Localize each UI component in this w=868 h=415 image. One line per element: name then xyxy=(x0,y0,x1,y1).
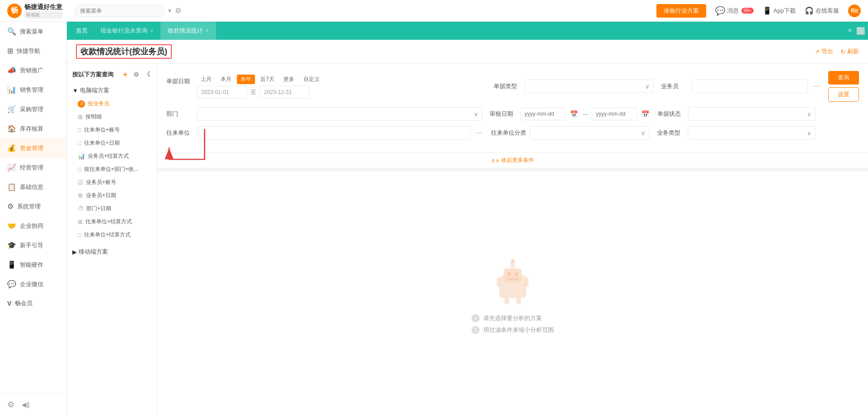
scheme-item-icon-salesperson: ↺ xyxy=(78,100,85,108)
trial-button[interactable]: 体验行业方案 xyxy=(656,4,706,18)
date-tab-custom[interactable]: 自定义 xyxy=(300,75,323,84)
page-header: 收款情况统计(按业务员) ↗ 导出 ↻ 刷新 xyxy=(67,40,868,64)
scheme-group-title-desktop[interactable]: ▼ 电脑端方案 xyxy=(67,84,157,97)
salesperson-dots-btn[interactable]: ··· xyxy=(811,82,821,90)
date-tab-lastmonth[interactable]: 上月 xyxy=(197,75,215,84)
svg-rect-5 xyxy=(497,278,500,287)
cal-icon-to[interactable]: 📅 xyxy=(641,110,650,118)
tip-num-2: 2 xyxy=(472,326,480,334)
scheme-group-title-mobile[interactable]: ▶ 移动端方案 xyxy=(67,245,157,259)
member-icon: V xyxy=(7,300,11,307)
sidebar-item-wechat[interactable]: 💬 企业微信 xyxy=(0,274,66,294)
sidebar-item-operation[interactable]: 📈 经营管理 xyxy=(0,158,66,177)
scheme-item-icon-sp-date: ⚙ xyxy=(78,192,83,199)
scheme-item-salesperson-date[interactable]: ⚙ 业务员+日期 xyxy=(67,189,157,202)
filter-panel: 单据日期 上月 本月 本年 近7天 更多 自定义 xyxy=(157,64,868,415)
sidebar-collapse-icon[interactable]: ◀‖ xyxy=(22,401,30,408)
filter-salesperson-control[interactable] xyxy=(692,80,808,93)
tab-bank[interactable]: 现金银行流水查询 × xyxy=(93,22,160,40)
sidebar-label-enterprise: 企业协同 xyxy=(20,222,43,230)
filter-dept-control[interactable]: ∨ xyxy=(197,107,482,121)
online-service-item[interactable]: 🎧 在线客服 xyxy=(805,6,839,15)
app-download-item[interactable]: 📱 App下载 xyxy=(763,6,796,15)
user-avatar[interactable]: Rit xyxy=(848,5,861,17)
export-button[interactable]: ↗ 导出 xyxy=(815,47,833,56)
scheme-item-dept-date[interactable]: ⏱ 部门+日期 xyxy=(67,202,157,215)
messages-badge: 99+ xyxy=(741,8,754,14)
filter-type-group: 单据类型 ∨ xyxy=(494,80,654,93)
filter-type-control[interactable]: ∨ xyxy=(524,80,654,93)
filter-biztype-control[interactable]: ∨ xyxy=(688,126,816,140)
scheme-group-desktop: ▼ 电脑端方案 ↺ 按业务员 ⊞ 按明细 □ 往来单位+账号 xyxy=(67,82,157,243)
filter-counterpart-control[interactable] xyxy=(197,126,471,140)
scheme-item-salesperson[interactable]: ↺ 按业务员 xyxy=(67,97,157,110)
tab-home[interactable]: 首页 xyxy=(71,22,93,40)
filter-counterpart-category-control[interactable]: ∨ xyxy=(530,126,650,140)
date-tabs: 上月 本月 本年 近7天 更多 自定义 xyxy=(197,75,323,84)
scheme-collapse-btn[interactable]: 《 xyxy=(142,70,151,79)
sidebar-item-finance[interactable]: 💰 资金管理 xyxy=(0,138,66,158)
tab-receipts-close[interactable]: × xyxy=(206,28,209,34)
collapse-icon: ∧∧ xyxy=(491,157,500,164)
scheme-item-unit-settle2[interactable]: □ 往来单位+结算方式 xyxy=(67,228,157,241)
sidebar-item-system[interactable]: ⚙ 系统管理 xyxy=(0,197,66,216)
svg-rect-7 xyxy=(505,297,509,304)
date-tab-thismonth[interactable]: 本月 xyxy=(217,75,235,84)
sidebar-settings-icon[interactable]: ⚙ xyxy=(7,400,14,410)
scheme-group-mobile-expand-icon: ▶ xyxy=(72,249,77,255)
system-icon: ⚙ xyxy=(7,202,14,211)
search-input[interactable] xyxy=(74,5,165,17)
sidebar-item-enterprise[interactable]: 🤝 企业协同 xyxy=(0,216,66,236)
counterpart-dots-btn[interactable]: ··· xyxy=(474,129,484,137)
svg-rect-4 xyxy=(507,278,518,280)
sidebar-item-purchase[interactable]: 🛒 采购管理 xyxy=(0,99,66,119)
scheme-add-btn[interactable]: + xyxy=(121,70,130,79)
query-button[interactable]: 查询 xyxy=(828,71,859,85)
sidebar-label-inventory: 库存核算 xyxy=(20,125,43,133)
tab-receipts[interactable]: 收款情况统计 × xyxy=(160,22,216,40)
settings-button[interactable]: 设置 xyxy=(828,87,859,102)
date-tab-more[interactable]: 更多 xyxy=(280,75,298,84)
sidebar-item-hardware[interactable]: 📱 智能硬件 xyxy=(0,255,66,274)
cal-icon-from[interactable]: 📅 xyxy=(569,110,579,118)
sidebar-item-quicknav[interactable]: ⊞ 快捷导航 xyxy=(0,41,66,61)
refresh-button[interactable]: ↻ 刷新 xyxy=(840,47,859,56)
sidebar-item-basic[interactable]: 📋 基础信息 xyxy=(0,177,66,197)
messages-label: 消息 xyxy=(727,7,739,15)
date-tab-thisyear[interactable]: 本年 xyxy=(237,75,255,84)
scheme-item-unit-account[interactable]: □ 往来单位+账号 xyxy=(67,123,157,137)
scheme-item-unit-date[interactable]: □ 往来单位+日期 xyxy=(67,137,157,150)
scheme-item-salesperson-settle[interactable]: 📊 业务员+结算方式 xyxy=(67,150,157,163)
sidebar-item-marketing[interactable]: 📣 营销推广 xyxy=(0,61,66,80)
scheme-item-icon-detail: ⊞ xyxy=(78,113,83,120)
sidebar-item-inventory[interactable]: 🏠 库存核算 xyxy=(0,119,66,138)
filter-voucherstate-control[interactable]: ∨ xyxy=(688,107,816,121)
date-from-input[interactable] xyxy=(197,86,247,99)
sidebar-item-sales[interactable]: 📊 销售管理 xyxy=(0,80,66,99)
audit-date-to-input[interactable] xyxy=(592,108,637,120)
audit-date-from-input[interactable] xyxy=(520,108,566,120)
sidebar-item-guide[interactable]: 🎓 新手引导 xyxy=(0,236,66,255)
sidebar-label-wechat: 企业微信 xyxy=(20,280,43,288)
window-maximize-btn[interactable]: ⬜ xyxy=(857,27,864,34)
basic-icon: 📋 xyxy=(7,183,16,191)
scheme-item-unit-dept-collect[interactable]: □ 按往来单位+部门+收... xyxy=(67,163,157,176)
window-close-btn[interactable]: × xyxy=(846,27,854,34)
logo-text: 畅捷通好生意 xyxy=(24,3,62,11)
empty-tip-label-2: 用过滤条件来缩小分析范围 xyxy=(483,326,554,334)
date-tab-7days[interactable]: 近7天 xyxy=(257,75,278,84)
scheme-settings-btn[interactable]: ⚙ xyxy=(132,70,141,79)
messages-item[interactable]: 💬 消息 99+ xyxy=(715,6,754,16)
dropdown-icon[interactable]: ▾ xyxy=(168,7,171,14)
gear-icon-top[interactable]: ⚙ xyxy=(175,6,181,15)
date-to-input[interactable] xyxy=(260,86,310,99)
sidebar-item-member[interactable]: V 畅会员 xyxy=(0,294,66,313)
sidebar-item-search[interactable]: 🔍 搜索菜单 xyxy=(0,22,66,41)
tab-bank-close[interactable]: × xyxy=(150,28,153,34)
scheme-item-detail[interactable]: ⊞ 按明细 xyxy=(67,110,157,123)
scheme-item-unit-settle1[interactable]: ⊞ 往来单位+结算方式 xyxy=(67,215,157,228)
scheme-item-salesperson-account[interactable]: ☑ 业务员+账号 xyxy=(67,176,157,189)
collapse-bar[interactable]: ∧∧ 收起更多条件 xyxy=(157,152,868,168)
operation-icon: 📈 xyxy=(7,163,16,172)
scheme-header-label: 按以下方案查询 xyxy=(72,71,113,79)
